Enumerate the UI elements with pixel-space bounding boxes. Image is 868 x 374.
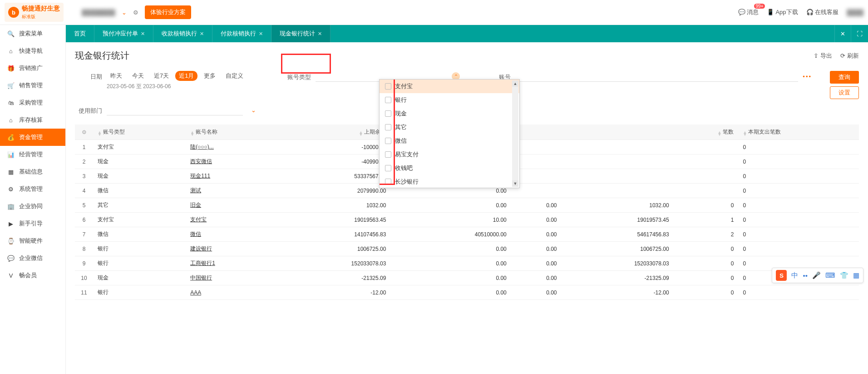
sidebar-item-3[interactable]: 🛒销售管理 <box>0 77 65 94</box>
cell-in-amt: 0.00 <box>390 285 511 300</box>
cell-c6: 19019573.45 <box>562 213 674 227</box>
tab-1[interactable]: 预付冲应付单✕ <box>94 25 153 42</box>
dropdown-option[interactable]: 长沙银行 <box>380 175 519 188</box>
settings-button[interactable]: 设置 <box>830 86 859 99</box>
checkbox-icon[interactable] <box>385 138 391 144</box>
tab-4[interactable]: 现金银行统计✕ <box>271 25 330 42</box>
sidebar-item-5[interactable]: ⌂库存核算 <box>0 111 65 129</box>
cell-name-link[interactable]: 旧金 <box>190 202 201 208</box>
date-chip[interactable]: 昨天 <box>107 71 126 81</box>
sort-icon[interactable]: ▲▼ <box>359 131 363 136</box>
user-avatar-blur[interactable]: ████ <box>847 9 863 16</box>
sidebar-item-14[interactable]: V畅会员 <box>0 267 65 284</box>
ime-punct-icon[interactable]: •• <box>803 272 808 279</box>
settings-gear-icon[interactable]: ⚙ <box>133 9 138 16</box>
dept-chevron-icon[interactable]: ⌄ <box>251 107 256 114</box>
sidebar-item-10[interactable]: 🏢企业协同 <box>0 198 65 215</box>
checkbox-icon[interactable] <box>385 165 391 171</box>
acct-input[interactable] <box>515 71 798 82</box>
sidebar-item-2[interactable]: 🎁营销推广 <box>0 60 65 77</box>
fullscreen-icon[interactable]: ⛶ <box>851 25 868 42</box>
export-button[interactable]: ⇪ 导出 <box>814 52 832 60</box>
ime-keyboard-icon[interactable]: ⌨ <box>825 271 835 279</box>
table-row: 6 支付宝 支付宝 19019563.45 10.00 0.00 1901957… <box>75 213 859 227</box>
cell-name-link[interactable]: AAA <box>190 289 201 296</box>
cell-name-link[interactable]: 工商银行1 <box>190 260 215 266</box>
date-chip[interactable]: 近1月 <box>175 71 197 81</box>
sort-icon[interactable]: ▲▼ <box>718 131 722 136</box>
ime-skin-icon[interactable]: 👕 <box>840 271 848 279</box>
table-settings-icon[interactable]: ⚙ <box>82 129 87 135</box>
checkbox-icon[interactable] <box>385 83 391 90</box>
tab-3[interactable]: 付款核销执行✕ <box>212 25 271 42</box>
dept-input[interactable] <box>107 105 243 115</box>
sort-icon[interactable]: ▲▼ <box>98 131 102 136</box>
cell-name-link[interactable]: 中国银行 <box>190 274 212 281</box>
tab-close-icon[interactable]: ✕ <box>318 31 322 37</box>
scroll-down-icon[interactable]: ▼ <box>512 180 518 187</box>
dropdown-option[interactable]: 微信 <box>380 134 519 148</box>
scroll-up-icon[interactable]: ▲ <box>512 80 518 87</box>
sidebar-item-11[interactable]: ▶新手引导 <box>0 215 65 232</box>
date-chip[interactable]: 自定义 <box>222 71 247 81</box>
cell-prev: 2079990.00 <box>278 184 390 198</box>
dropdown-option[interactable]: 其它 <box>380 120 519 134</box>
org-icon: 🏢 <box>7 203 15 210</box>
cell-name-link[interactable]: 现金111 <box>190 173 210 179</box>
tab-close-icon[interactable]: ✕ <box>259 31 263 37</box>
query-button[interactable]: 查询 <box>830 71 859 84</box>
refresh-button[interactable]: ⟳ 刷新 <box>840 52 859 60</box>
tab-close-icon[interactable]: ✕ <box>141 31 145 37</box>
cell-name-link[interactable]: 支付宝 <box>190 216 207 223</box>
tab-0[interactable]: 首页 <box>66 25 94 42</box>
cell-name-link[interactable]: 建设银行 <box>190 245 212 252</box>
cell-name-link[interactable]: 测试 <box>190 187 201 194</box>
date-chip[interactable]: 今天 <box>128 71 148 81</box>
close-all-tabs-icon[interactable]: ✕ <box>834 25 851 42</box>
checkbox-icon[interactable] <box>385 124 391 130</box>
sidebar-item-label: 畅会员 <box>19 271 37 279</box>
app-download-label: App下载 <box>775 9 798 15</box>
checkbox-icon[interactable] <box>385 97 391 103</box>
dropdown-option[interactable]: 收钱吧 <box>380 161 519 175</box>
date-chip[interactable]: 更多 <box>200 71 219 81</box>
messages-link[interactable]: 💬 消息 99+ <box>738 8 759 16</box>
tab-close-icon[interactable]: ✕ <box>200 31 204 37</box>
sidebar-item-7[interactable]: 📊经营管理 <box>0 146 65 163</box>
sidebar-item-6[interactable]: 💰资金管理 <box>0 129 65 146</box>
sort-icon[interactable]: ▲▼ <box>743 131 747 136</box>
ime-logo-icon[interactable]: S <box>776 270 787 281</box>
app-download-link[interactable]: 📱 App下载 <box>767 8 798 16</box>
dropdown-option[interactable]: 银行 <box>380 93 519 107</box>
cell-name-link[interactable]: 西安微信 <box>190 158 212 165</box>
sidebar-item-1[interactable]: ⌂快捷导航 <box>0 42 65 60</box>
vip-icon: V <box>7 272 15 279</box>
sidebar-item-9[interactable]: ⚙系统管理 <box>0 180 65 198</box>
cart-icon: 🛒 <box>7 82 15 89</box>
checkbox-icon[interactable] <box>385 179 391 185</box>
checkbox-icon[interactable] <box>385 151 391 158</box>
sidebar-item-12[interactable]: ⌚智能硬件 <box>0 232 65 249</box>
cell-name-link[interactable]: 陆(○○○)... <box>190 144 214 150</box>
sidebar-item-13[interactable]: 💬企业微信 <box>0 249 65 267</box>
checkbox-icon[interactable] <box>385 110 391 117</box>
org-dropdown-icon[interactable]: ⌄ <box>122 9 127 16</box>
cell-in-amt: 0.00 <box>390 256 511 271</box>
ime-voice-icon[interactable]: 🎤 <box>812 271 821 279</box>
service-link[interactable]: 🎧 在线客服 <box>806 8 839 16</box>
sidebar-item-4[interactable]: 🛍采购管理 <box>0 94 65 111</box>
ime-toolbox-icon[interactable]: ▦ <box>853 271 859 279</box>
dropdown-option[interactable]: 现金 <box>380 107 519 120</box>
ime-lang[interactable]: 中 <box>791 271 798 280</box>
dropdown-option[interactable]: 易宝支付 <box>380 148 519 161</box>
tab-2[interactable]: 收款核销执行✕ <box>153 25 212 42</box>
sort-icon[interactable]: ▲▼ <box>190 131 194 136</box>
cell-name-link[interactable]: 微信 <box>190 231 201 237</box>
dropdown-scrollbar[interactable]: ▲ ▼ <box>512 80 518 187</box>
trial-button[interactable]: 体验行业方案 <box>145 5 191 19</box>
sidebar-item-8[interactable]: ▦基础信息 <box>0 163 65 180</box>
dropdown-option[interactable]: 支付宝 <box>380 80 519 93</box>
sidebar-item-0[interactable]: 🔍搜索菜单 <box>0 25 65 42</box>
more-dots-icon[interactable]: ••• <box>803 73 812 80</box>
date-chip[interactable]: 近7天 <box>150 71 173 81</box>
